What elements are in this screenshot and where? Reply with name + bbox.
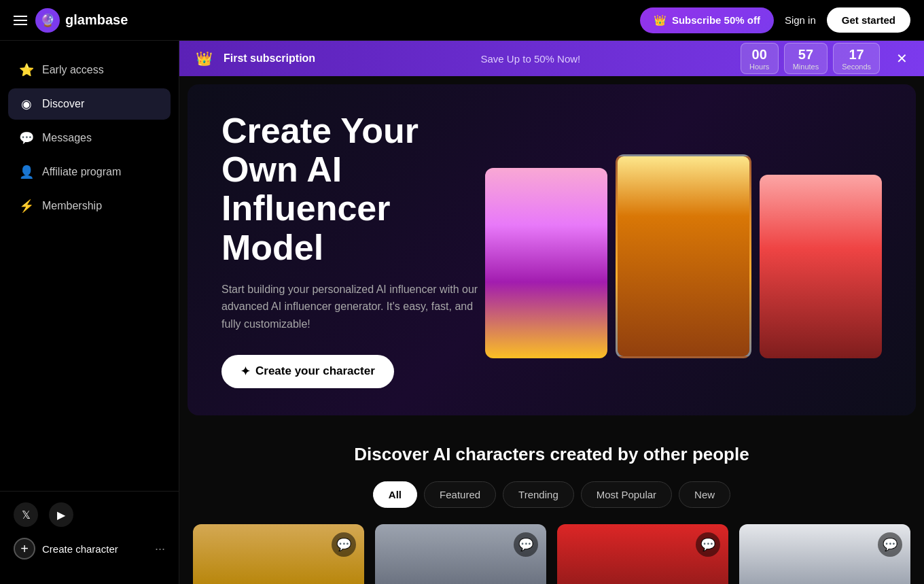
sidebar-item-messages[interactable]: 💬 Messages [8, 122, 171, 154]
filter-tabs: All Featured Trending Most Popular New [193, 481, 910, 508]
crown-icon: 👑 [654, 14, 667, 27]
content-area: 👑 First subscription Save Up to 50% Now!… [179, 41, 924, 584]
timer-hours: 00 Hours [741, 43, 779, 74]
logo-text: glambase [65, 12, 128, 28]
sidebar-item-label: Discover [42, 98, 84, 110]
hero-title: Create Your Own AI Influencer Model [221, 111, 485, 267]
hero-section: Create Your Own AI Influencer Model Star… [188, 84, 916, 415]
messages-icon: 💬 [19, 131, 34, 145]
hero-image-1 [485, 168, 607, 358]
create-char-plus-icon: + [14, 538, 35, 560]
sidebar-item-label: Messages [42, 132, 92, 144]
filter-tab-new[interactable]: New [679, 481, 730, 508]
nav-left: 🔮 glambase [14, 8, 640, 33]
filter-tab-all[interactable]: All [373, 481, 417, 508]
chat-icon-1: 💬 [332, 532, 356, 557]
sidebar-item-membership[interactable]: ⚡ Membership [8, 190, 171, 222]
subscribe-button[interactable]: 👑 Subscribe 50% off [640, 7, 774, 33]
banner-close-button[interactable]: ✕ [896, 50, 908, 67]
filter-tab-most-popular[interactable]: Most Popular [581, 481, 672, 508]
chat-icon-2: 💬 [514, 532, 538, 557]
medium-icon[interactable]: ▶ [49, 502, 73, 527]
chat-icon-4: 💬 [878, 532, 902, 557]
character-card-3[interactable]: 💬 [557, 524, 728, 584]
timer-seconds: 17 Seconds [833, 43, 880, 74]
nav-right: 👑 Subscribe 50% off Sign in Get started [640, 7, 910, 33]
affiliate-icon: 👤 [19, 165, 34, 179]
sidebar-item-discover[interactable]: ◉ Discover [8, 88, 171, 120]
sidebar: ⭐ Early access ◉ Discover 💬 Messages 👤 A… [0, 41, 179, 584]
chat-icon-3: 💬 [696, 532, 720, 557]
discover-title: Discover AI characters created by other … [193, 444, 910, 465]
minutes-label: Minutes [793, 63, 819, 71]
create-character-button[interactable]: ✦ Create your character [221, 355, 394, 388]
discover-icon: ◉ [19, 97, 34, 111]
more-options-icon[interactable]: ··· [155, 542, 165, 556]
sidebar-item-label: Early access [42, 64, 104, 76]
hours-label: Hours [749, 63, 770, 71]
create-character-bar[interactable]: + Create character ··· [14, 538, 165, 560]
top-navbar: 🔮 glambase 👑 Subscribe 50% off Sign in G… [0, 0, 924, 41]
sidebar-item-label: Membership [42, 200, 102, 212]
social-icons: 𝕏 ▶ [14, 502, 165, 527]
filter-tab-trending[interactable]: Trending [503, 481, 574, 508]
seconds-value: 17 [842, 46, 871, 63]
sidebar-item-label: Affiliate program [42, 166, 121, 178]
countdown-timer: 00 Hours 57 Minutes 17 Seconds [741, 43, 880, 74]
hero-text: Create Your Own AI Influencer Model Star… [221, 111, 485, 388]
main-layout: ⭐ Early access ◉ Discover 💬 Messages 👤 A… [0, 41, 924, 584]
sidebar-nav: ⭐ Early access ◉ Discover 💬 Messages 👤 A… [0, 54, 179, 491]
create-char-label: Create character [42, 543, 148, 555]
character-card-2[interactable]: 💬 [375, 524, 546, 584]
hero-description: Start building your personalized AI infl… [221, 281, 480, 333]
sidebar-item-early-access[interactable]: ⭐ Early access [8, 54, 171, 86]
logo-icon: 🔮 [35, 8, 60, 33]
timer-minutes: 57 Minutes [784, 43, 828, 74]
banner-subtitle: Save Up to 50% Now! [332, 53, 730, 65]
cta-label: Create your character [255, 364, 375, 378]
hero-images [485, 141, 882, 358]
membership-icon: ⚡ [19, 199, 34, 213]
hero-image-3 [760, 175, 882, 358]
discover-section: Discover AI characters created by other … [179, 424, 924, 584]
sidebar-item-affiliate[interactable]: 👤 Affiliate program [8, 156, 171, 188]
star-icon: ⭐ [19, 63, 34, 78]
hamburger-menu[interactable] [14, 16, 27, 25]
promo-banner: 👑 First subscription Save Up to 50% Now!… [179, 41, 924, 76]
sparkle-icon: ✦ [241, 364, 250, 379]
character-card-1[interactable]: 💬 [193, 524, 364, 584]
banner-crown-icon: 👑 [196, 50, 213, 67]
minutes-value: 57 [793, 46, 819, 63]
signin-button[interactable]: Sign in [785, 14, 816, 26]
logo: 🔮 glambase [35, 8, 128, 33]
banner-title: First subscription [224, 52, 315, 65]
hero-image-2 [616, 154, 751, 358]
seconds-label: Seconds [842, 63, 871, 71]
character-grid: 💬 💬 💬 💬 [193, 524, 910, 584]
get-started-button[interactable]: Get started [827, 7, 910, 33]
sidebar-bottom: 𝕏 ▶ + Create character ··· [0, 491, 179, 570]
filter-tab-featured[interactable]: Featured [424, 481, 496, 508]
hours-value: 00 [749, 46, 770, 63]
character-card-4[interactable]: 💬 [739, 524, 910, 584]
twitter-icon[interactable]: 𝕏 [14, 502, 38, 527]
